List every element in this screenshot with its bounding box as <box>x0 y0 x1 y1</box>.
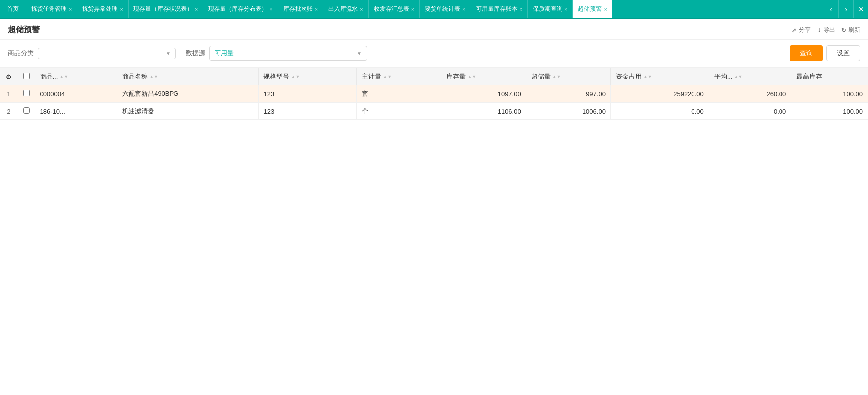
nav-tab-[interactable]: 现存量（库存状况表）× <box>129 0 203 19</box>
export-icon: ⤓ <box>817 27 822 34</box>
tab-close-icon[interactable]: × <box>564 6 567 12</box>
row-checkbox[interactable] <box>23 107 30 114</box>
nav-next-btn[interactable]: › <box>838 0 853 19</box>
datasource-filter: 数据源 可用量 ▼ <box>186 46 367 61</box>
row-stock: 1106.00 <box>441 103 526 120</box>
page-container: 超储预警 ⇗ 分享 ⤓ 导出 ↻ 刷新 商品分类 ▼ 数据源 <box>0 19 868 395</box>
nav-arrows: ‹ › ✕ <box>824 0 868 19</box>
category-select[interactable]: ▼ <box>38 48 176 59</box>
filter-actions: 查询 设置 <box>790 45 860 61</box>
nav-tab-[interactable]: 现存量（库存分布表）× <box>203 0 278 19</box>
export-button[interactable]: ⤓ 导出 <box>817 26 835 34</box>
th-name[interactable]: 商品名称▲▼ <box>117 68 259 85</box>
row-maxstock: 100.00 <box>791 85 868 103</box>
chevron-down-icon-2: ▼ <box>357 51 362 56</box>
chevron-down-icon: ▼ <box>166 51 171 56</box>
nav-tab-[interactable]: 收发存汇总表× <box>369 0 420 19</box>
row-unit: 个 <box>357 103 441 120</box>
row-checkbox-cell <box>18 85 35 103</box>
row-maxstock: 100.00 <box>791 103 868 120</box>
header-actions: ⇗ 分享 ⤓ 导出 ↻ 刷新 <box>792 26 860 34</box>
row-avg: 260.00 <box>709 85 791 103</box>
nav-tab-label: 现存量（库存状况表） <box>133 5 193 13</box>
row-name: 六配套新昌490BPG <box>117 85 259 103</box>
table-container: ⚙ 商品...▲▼ 商品名称▲▼ 规格型号▲▼ 主计量▲▼ 库存量▲▼ 超储量▲… <box>0 68 868 120</box>
th-code[interactable]: 商品...▲▼ <box>35 68 117 85</box>
tab-close-icon[interactable]: × <box>69 6 72 12</box>
nav-tab-label: 超储预警 <box>578 5 602 13</box>
tab-close-icon[interactable]: × <box>195 6 198 12</box>
row-stock: 1097.00 <box>441 85 526 103</box>
query-button[interactable]: 查询 <box>790 45 823 61</box>
refresh-icon: ↻ <box>841 27 846 34</box>
select-all-checkbox[interactable] <box>23 73 30 79</box>
tab-close-icon[interactable]: × <box>315 6 318 12</box>
settings-button[interactable]: 设置 <box>826 45 860 61</box>
row-checkbox-cell <box>18 103 35 120</box>
nav-tab-[interactable]: 要货单统计表× <box>420 0 471 19</box>
th-unit[interactable]: 主计量▲▼ <box>357 68 441 85</box>
category-filter: 商品分类 ▼ <box>8 48 176 59</box>
nav-tab-[interactable]: 拣货异常处理× <box>77 0 128 19</box>
share-button[interactable]: ⇗ 分享 <box>792 26 811 34</box>
nav-tab-label: 收发存汇总表 <box>374 5 409 13</box>
page-title: 超储预警 <box>8 25 40 35</box>
nav-tab-[interactable]: 出入库流水× <box>323 0 368 19</box>
nav-prev-btn[interactable]: ‹ <box>824 0 838 19</box>
nav-close-btn[interactable]: ✕ <box>853 0 868 19</box>
tab-close-icon[interactable]: × <box>120 6 123 12</box>
row-capital: 259220.00 <box>610 85 709 103</box>
row-name: 机油滤清器 <box>117 103 259 120</box>
th-stock[interactable]: 库存量▲▼ <box>441 68 526 85</box>
category-label: 商品分类 <box>8 49 34 58</box>
th-avg[interactable]: 平均...▲▼ <box>709 68 791 85</box>
row-overstock: 997.00 <box>526 85 610 103</box>
share-icon: ⇗ <box>792 27 797 34</box>
th-maxstock: 最高库存 <box>791 68 868 85</box>
nav-tab-[interactable]: 库存批次账× <box>278 0 323 19</box>
tab-close-icon[interactable]: × <box>520 6 522 12</box>
tab-close-icon[interactable]: × <box>411 6 414 12</box>
nav-tab-label: 要货单统计表 <box>425 5 460 13</box>
datasource-select[interactable]: 可用量 ▼ <box>209 46 367 61</box>
data-table: ⚙ 商品...▲▼ 商品名称▲▼ 规格型号▲▼ 主计量▲▼ 库存量▲▼ 超储量▲… <box>0 68 868 120</box>
nav-tab-label: 拣货异常处理 <box>82 5 118 13</box>
nav-tab-label: 库存批次账 <box>283 5 313 13</box>
th-capital[interactable]: 资金占用▲▼ <box>610 68 709 85</box>
th-spec[interactable]: 规格型号▲▼ <box>259 68 357 85</box>
row-number: 1 <box>0 85 18 103</box>
tab-close-icon[interactable]: × <box>360 6 363 12</box>
row-spec: 123 <box>259 85 357 103</box>
nav-tab-label: 拣货任务管理 <box>31 5 67 13</box>
page-header: 超储预警 ⇗ 分享 ⤓ 导出 ↻ 刷新 <box>0 19 868 40</box>
nav-tab-[interactable]: 超储预警× <box>573 0 612 19</box>
top-nav: 首页 拣货任务管理×拣货异常处理×现存量（库存状况表）×现存量（库存分布表）×库… <box>0 0 868 19</box>
row-number: 2 <box>0 103 18 120</box>
refresh-button[interactable]: ↻ 刷新 <box>841 26 860 34</box>
datasource-value: 可用量 <box>215 49 234 58</box>
nav-tab-[interactable]: 可用量库存账本× <box>471 0 528 19</box>
table-header-row: ⚙ 商品...▲▼ 商品名称▲▼ 规格型号▲▼ 主计量▲▼ 库存量▲▼ 超储量▲… <box>0 68 868 85</box>
row-code: 186-10... <box>35 103 117 120</box>
nav-tab-[interactable]: 拣货任务管理× <box>26 0 77 19</box>
table-row: 1 0000004 六配套新昌490BPG 123 套 1097.00 997.… <box>0 85 868 103</box>
th-gear[interactable]: ⚙ <box>0 68 18 85</box>
filter-bar: 商品分类 ▼ 数据源 可用量 ▼ 查询 设置 <box>0 40 868 68</box>
nav-tab-label: 出入库流水 <box>328 5 358 13</box>
tab-close-icon[interactable]: × <box>462 6 465 12</box>
nav-tab-label: 可用量库存账本 <box>476 5 518 13</box>
nav-home[interactable]: 首页 <box>0 0 26 19</box>
th-overstock[interactable]: 超储量▲▼ <box>526 68 610 85</box>
row-spec: 123 <box>259 103 357 120</box>
nav-tab-label: 保质期查询 <box>533 5 563 13</box>
row-unit: 套 <box>357 85 441 103</box>
nav-tab-label: 现存量（库存分布表） <box>208 5 267 13</box>
nav-tab-[interactable]: 保质期查询× <box>528 0 573 19</box>
row-checkbox[interactable] <box>23 90 30 96</box>
row-capital: 0.00 <box>610 103 709 120</box>
row-avg: 0.00 <box>709 103 791 120</box>
tab-close-icon[interactable]: × <box>604 6 607 12</box>
row-code: 0000004 <box>35 85 117 103</box>
tab-close-icon[interactable]: × <box>269 6 272 12</box>
datasource-label: 数据源 <box>186 49 205 58</box>
